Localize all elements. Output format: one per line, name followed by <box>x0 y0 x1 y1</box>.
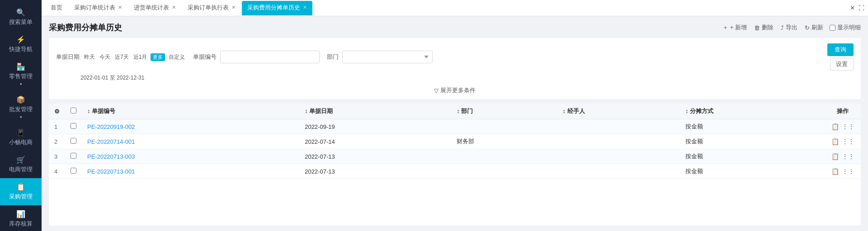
select-all-checkbox[interactable] <box>71 108 76 113</box>
more-icon-1[interactable]: ⋮⋮ <box>842 138 854 145</box>
content-area: 采购费用分摊单历史 ＋ + 新增 🗑 删除 ⤴ 导出 ↻ 刷新 <box>42 16 868 231</box>
shortcut-custom[interactable]: 自定义 <box>168 53 186 61</box>
ecom-icon: 🛒 <box>16 156 25 164</box>
shortcut-1month[interactable]: 近1月 <box>132 53 148 61</box>
row-checkbox-0[interactable] <box>65 119 82 134</box>
row-num-1: 2 <box>49 134 65 149</box>
row-checkbox-1[interactable] <box>65 134 82 149</box>
filter-row-1: 单据日期 昨天 今天 近7天 近1月 更多 自定义 单据编号 部门 <box>56 43 854 71</box>
sidebar-label-mini: 小畅电商 <box>9 138 33 146</box>
doc-link-1[interactable]: PE-20220714-001 <box>87 138 135 145</box>
row-handler-0 <box>557 119 680 134</box>
show-detail-checkbox[interactable] <box>830 25 835 31</box>
col-checkbox[interactable] <box>65 104 82 119</box>
edit-icon-1[interactable]: 📋 <box>831 138 839 145</box>
expand-more-button[interactable]: ▽ 展开更多条件 <box>56 85 854 95</box>
doc-no-label: 单据编号 <box>193 53 217 61</box>
tab-close-purchase-goods-stat[interactable]: ✕ <box>172 5 176 10</box>
row-checkbox-3[interactable] <box>65 164 82 179</box>
doc-link-2[interactable]: PE-20220713-003 <box>87 153 135 160</box>
row-checkbox-2[interactable] <box>65 149 82 164</box>
tab-label-purchase-goods-stat: 进货单统计表 <box>134 4 169 12</box>
more-icon-0[interactable]: ⋮⋮ <box>842 123 854 130</box>
add-button[interactable]: ＋ + 新增 <box>722 22 748 33</box>
more-icon-3[interactable]: ⋮⋮ <box>842 168 854 175</box>
sidebar-label-inventory: 库存核算 <box>9 220 33 228</box>
sidebar: 🔍搜索菜单⚡快捷导航🏪零售管理▾📦批发管理▾📱小畅电商🛒电商管理📋采购管理📊库存… <box>0 0 42 231</box>
tab-purchase-goods-stat[interactable]: 进货单统计表✕ <box>128 1 181 15</box>
sidebar-item-retail[interactable]: 🏪零售管理▾ <box>0 58 42 91</box>
delete-button[interactable]: 🗑 删除 <box>753 22 774 33</box>
row-dept-0 <box>451 119 557 134</box>
sidebar-label-search: 搜索菜单 <box>9 18 33 26</box>
col-split-method: ↕ 分摊方式 <box>680 104 825 119</box>
table-container: ⚙ ↕ 单据编号 ↕ 单据日期 ↕ 部门 ↕ 经手人 ↕ 分摊方式 操作 1 P… <box>49 104 861 226</box>
filter-right-buttons: 查询 设置 <box>827 43 854 71</box>
row-date-0: 2022-09-19 <box>299 119 451 134</box>
mini-icon: 📱 <box>16 128 25 137</box>
tab-label-purchase-order-exec: 采购订单执行表 <box>188 4 229 12</box>
shortcut-today[interactable]: 今天 <box>99 53 111 61</box>
dept-label: 部门 <box>327 53 339 61</box>
edit-icon-3[interactable]: 📋 <box>831 168 839 175</box>
sidebar-item-inventory[interactable]: 📊库存核算 <box>0 205 42 231</box>
more-icon-2[interactable]: ⋮⋮ <box>842 153 854 160</box>
tab-close-purchase-order-exec[interactable]: ✕ <box>231 5 236 10</box>
tab-bar-right: ✕ ⛶ <box>850 5 864 11</box>
search-icon: 🔍 <box>16 8 25 17</box>
query-button[interactable]: 查询 <box>827 43 854 56</box>
sidebar-item-ecom[interactable]: 🛒电商管理 <box>0 151 42 178</box>
row-actions-1: 📋 ⋮⋮ <box>825 134 861 149</box>
add-icon: ＋ <box>722 24 728 32</box>
tab-purchase-order-exec[interactable]: 采购订单执行表✕ <box>182 1 241 15</box>
page-header: 采购费用分摊单历史 ＋ + 新增 🗑 删除 ⤴ 导出 ↻ 刷新 <box>49 22 861 33</box>
date-range-text: 2022-01-01 至 2022-12-31 <box>80 74 144 82</box>
edit-icon-0[interactable]: 📋 <box>831 123 839 130</box>
maximize-window-icon[interactable]: ⛶ <box>859 5 864 11</box>
edit-icon-2[interactable]: 📋 <box>831 153 839 160</box>
chevron-icon-wholesale: ▾ <box>20 115 22 119</box>
tab-close-purchase-cost-split[interactable]: ✕ <box>303 5 307 10</box>
tab-label-home: 首页 <box>51 4 62 12</box>
shortcut-7days[interactable]: 近7天 <box>114 53 130 61</box>
sidebar-item-search[interactable]: 🔍搜索菜单 <box>0 4 42 31</box>
row-split-method-1: 按金额 <box>680 134 825 149</box>
doc-no-input[interactable] <box>220 51 320 63</box>
sidebar-item-wholesale[interactable]: 📦批发管理▾ <box>0 91 42 124</box>
tab-home[interactable]: 首页 <box>45 1 68 15</box>
export-button[interactable]: ⤴ 导出 <box>780 22 798 33</box>
col-settings[interactable]: ⚙ <box>49 104 65 119</box>
data-table: ⚙ ↕ 单据编号 ↕ 单据日期 ↕ 部门 ↕ 经手人 ↕ 分摊方式 操作 1 P… <box>49 104 861 179</box>
col-date: ↕ 单据日期 <box>299 104 451 119</box>
row-actions-3: 📋 ⋮⋮ <box>825 164 861 179</box>
doc-link-3[interactable]: PE-20220713-001 <box>87 168 135 175</box>
close-window-icon[interactable]: ✕ <box>850 5 855 11</box>
row-num-2: 3 <box>49 149 65 164</box>
row-dept-1: 财务部 <box>451 134 557 149</box>
row-doc-no-3: PE-20220713-001 <box>82 164 299 179</box>
sidebar-label-ecom: 电商管理 <box>9 165 33 174</box>
row-handler-2 <box>557 149 680 164</box>
dept-select[interactable] <box>342 51 433 63</box>
dept-filter-group: 部门 <box>327 51 433 63</box>
tab-bar: 首页采购订单统计表✕进货单统计表✕采购订单执行表✕采购费用分摊单历史✕ ✕ ⛶ <box>42 0 868 16</box>
filter-settings-button[interactable]: 设置 <box>830 58 854 71</box>
sidebar-label-purchase: 采购管理 <box>9 193 33 201</box>
tab-purchase-order-stat[interactable]: 采购订单统计表✕ <box>69 1 127 15</box>
row-doc-no-2: PE-20220713-003 <box>82 149 299 164</box>
retail-icon: 🏪 <box>16 62 25 71</box>
sidebar-item-mini[interactable]: 📱小畅电商 <box>0 124 42 151</box>
show-detail-checkbox-label[interactable]: 显示明细 <box>830 24 861 32</box>
shortcut-more[interactable]: 更多 <box>151 53 165 61</box>
row-date-2: 2022-07-13 <box>299 149 451 164</box>
row-dept-2 <box>451 149 557 164</box>
shortcut-yesterday[interactable]: 昨天 <box>83 53 96 61</box>
tab-label-purchase-order-stat: 采购订单统计表 <box>74 4 115 12</box>
wholesale-icon: 📦 <box>16 95 25 104</box>
sidebar-item-purchase[interactable]: 📋采购管理 <box>0 178 42 205</box>
doc-link-0[interactable]: PE-20220919-002 <box>87 123 135 130</box>
tab-close-purchase-order-stat[interactable]: ✕ <box>118 5 122 10</box>
tab-purchase-cost-split[interactable]: 采购费用分摊单历史✕ <box>242 1 312 15</box>
refresh-button[interactable]: ↻ 刷新 <box>804 22 824 33</box>
sidebar-item-quick[interactable]: ⚡快捷导航 <box>0 31 42 58</box>
